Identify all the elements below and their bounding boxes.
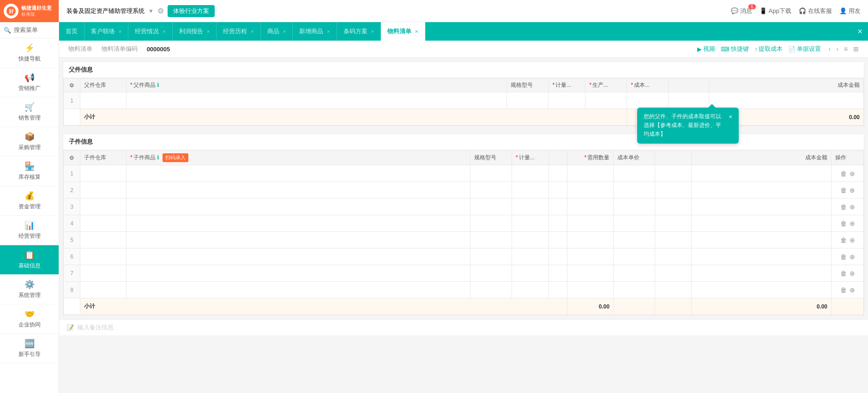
sidebar-item-finance[interactable]: 💰 资金管理 xyxy=(0,186,59,216)
child-cell-unit-2[interactable] xyxy=(512,182,549,199)
tabs-close-all-icon[interactable]: × xyxy=(852,27,868,36)
sidebar-item-purchase[interactable]: 📦 采购管理 xyxy=(0,127,59,157)
child-cell-unit-1[interactable] xyxy=(512,165,549,182)
child-cell-product-4[interactable] xyxy=(127,215,470,232)
tab-bom-close-icon[interactable]: × xyxy=(415,29,418,34)
tab-customer[interactable]: 客户联络 × xyxy=(84,22,128,41)
child-cell-spec-5[interactable] xyxy=(470,232,512,248)
child-cell-unit-3[interactable] xyxy=(512,199,549,215)
extract-cost-link[interactable]: ↑ 提取成本 xyxy=(754,45,783,53)
child-cell-warehouse-7[interactable] xyxy=(80,265,127,282)
sidebar-item-guide[interactable]: 🆕 新手引导 xyxy=(0,334,59,363)
child-cell-unit-cost-1[interactable] xyxy=(614,165,655,182)
parent-cell-product-1[interactable] xyxy=(127,92,507,109)
child-cell-product-2[interactable] xyxy=(127,182,470,199)
nav-left-icon[interactable]: ‹ xyxy=(826,44,832,54)
nav-right-icon[interactable]: › xyxy=(834,44,840,54)
note-placeholder[interactable]: 输入备注信息 xyxy=(78,323,114,332)
copy-row-icon-7[interactable]: ⊕ xyxy=(850,270,855,277)
user-item[interactable]: 👤 用友 xyxy=(839,7,861,15)
child-cell-qty-7[interactable] xyxy=(567,265,614,282)
child-cell-spec-3[interactable] xyxy=(470,199,512,215)
sidebar-item-cooperation[interactable]: 🤝 企业协同 xyxy=(0,304,59,334)
app-download-item[interactable]: 📱 App下载 xyxy=(760,7,791,15)
shortcut-link[interactable]: ⌨ 快捷键 xyxy=(721,45,749,53)
nav-expand-icon[interactable]: ⊞ xyxy=(851,44,861,54)
sidebar-item-inventory[interactable]: 🏪 库存核算 xyxy=(0,157,59,186)
tab-operations-status[interactable]: 经营情况 × xyxy=(128,22,172,41)
delete-row-icon-4[interactable]: 🗑 xyxy=(840,220,847,227)
child-cell-warehouse-3[interactable] xyxy=(80,199,127,215)
child-cell-product-1[interactable] xyxy=(127,165,470,182)
child-cell-product-6[interactable] xyxy=(127,248,470,265)
child-cell-product-5[interactable] xyxy=(127,232,470,248)
tab-ops-history-close-icon[interactable]: × xyxy=(251,29,253,34)
child-cell-qty-5[interactable] xyxy=(567,232,614,248)
child-cell-warehouse-6[interactable] xyxy=(80,248,127,265)
child-cell-unit-cost-2[interactable] xyxy=(614,182,655,199)
tab-products-close-icon[interactable]: × xyxy=(283,29,286,34)
sidebar-item-sales[interactable]: 🛒 销售管理 xyxy=(0,97,59,127)
parent-settings-icon[interactable]: ⚙ xyxy=(69,82,74,89)
parent-cell-production-1[interactable] xyxy=(585,92,627,109)
child-cell-spec-2[interactable] xyxy=(470,182,512,199)
child-cell-qty-1[interactable] xyxy=(567,165,614,182)
tab-new-product[interactable]: 新增商品 × xyxy=(293,22,337,41)
child-cell-qty-4[interactable] xyxy=(567,215,614,232)
online-service-item[interactable]: 🎧 在线客服 xyxy=(799,7,832,15)
experience-button[interactable]: 体验行业方案 xyxy=(168,5,215,17)
nav-menu-icon[interactable]: ≡ xyxy=(842,44,850,54)
delete-row-icon-5[interactable]: 🗑 xyxy=(840,236,847,244)
child-cell-unit-6[interactable] xyxy=(512,248,549,265)
sidebar-item-basic-info[interactable]: 📋 基础信息 xyxy=(0,245,59,275)
sidebar-item-marketing[interactable]: 📢 营销推广 xyxy=(0,68,59,97)
child-cell-warehouse-1[interactable] xyxy=(80,165,127,182)
child-cell-unit-4[interactable] xyxy=(512,215,549,232)
child-settings-icon[interactable]: ⚙ xyxy=(69,155,74,161)
tab-products[interactable]: 商品 × xyxy=(261,22,293,41)
child-cell-unit-cost-5[interactable] xyxy=(614,232,655,248)
child-cell-unit-cost-8[interactable] xyxy=(614,282,655,298)
child-cell-spec-7[interactable] xyxy=(470,265,512,282)
copy-row-icon-8[interactable]: ⊕ xyxy=(850,286,855,294)
child-cell-unit-5[interactable] xyxy=(512,232,549,248)
child-cell-unit-8[interactable] xyxy=(512,282,549,298)
child-cell-qty-6[interactable] xyxy=(567,248,614,265)
parent-cell-warehouse-1[interactable] xyxy=(80,92,127,109)
child-cell-qty-2[interactable] xyxy=(567,182,614,199)
copy-row-icon-3[interactable]: ⊕ xyxy=(850,203,855,211)
parent-cell-cost-1[interactable] xyxy=(627,92,669,109)
view-video-link[interactable]: ▶ 视频 xyxy=(697,45,715,53)
copy-row-icon-1[interactable]: ⊕ xyxy=(850,170,855,177)
child-cell-spec-8[interactable] xyxy=(470,282,512,298)
sidebar-item-quick-nav[interactable]: ⚡ 快捷导航 xyxy=(0,38,59,68)
parent-cell-unit-1[interactable] xyxy=(549,92,585,109)
child-cell-product-7[interactable] xyxy=(127,265,470,282)
parent-cell-spec-1[interactable] xyxy=(507,92,549,109)
tab-ops-history[interactable]: 经营历程 × xyxy=(217,22,260,41)
copy-row-icon-5[interactable]: ⊕ xyxy=(850,236,855,244)
scan-input-button[interactable]: 扫码录入 xyxy=(163,153,188,162)
delete-row-icon-3[interactable]: 🗑 xyxy=(840,203,847,211)
tooltip-close-button[interactable]: × xyxy=(729,112,732,122)
tab-barcode-close-icon[interactable]: × xyxy=(371,29,374,34)
delete-row-icon-7[interactable]: 🗑 xyxy=(840,270,847,277)
delete-row-icon-8[interactable]: 🗑 xyxy=(840,286,847,294)
sidebar-search[interactable]: 🔍 搜索菜单 xyxy=(0,22,59,38)
child-cell-qty-3[interactable] xyxy=(567,199,614,215)
tab-ops-status-close-icon[interactable]: × xyxy=(163,29,165,34)
tab-profit-close-icon[interactable]: × xyxy=(207,29,210,34)
child-cell-unit-7[interactable] xyxy=(512,265,549,282)
child-cell-unit-cost-6[interactable] xyxy=(614,248,655,265)
child-cell-qty-8[interactable] xyxy=(567,282,614,298)
delete-row-icon-6[interactable]: 🗑 xyxy=(840,253,847,260)
sidebar-item-system[interactable]: ⚙️ 系统管理 xyxy=(0,275,59,304)
child-cell-warehouse-4[interactable] xyxy=(80,215,127,232)
child-cell-unit-cost-7[interactable] xyxy=(614,265,655,282)
copy-row-icon-4[interactable]: ⊕ xyxy=(850,220,855,227)
child-cell-spec-4[interactable] xyxy=(470,215,512,232)
tab-customer-close-icon[interactable]: × xyxy=(119,29,121,34)
single-settings-link[interactable]: 📄 单据设置 xyxy=(788,45,821,53)
child-cell-product-3[interactable] xyxy=(127,199,470,215)
tab-new-product-close-icon[interactable]: × xyxy=(327,29,330,34)
